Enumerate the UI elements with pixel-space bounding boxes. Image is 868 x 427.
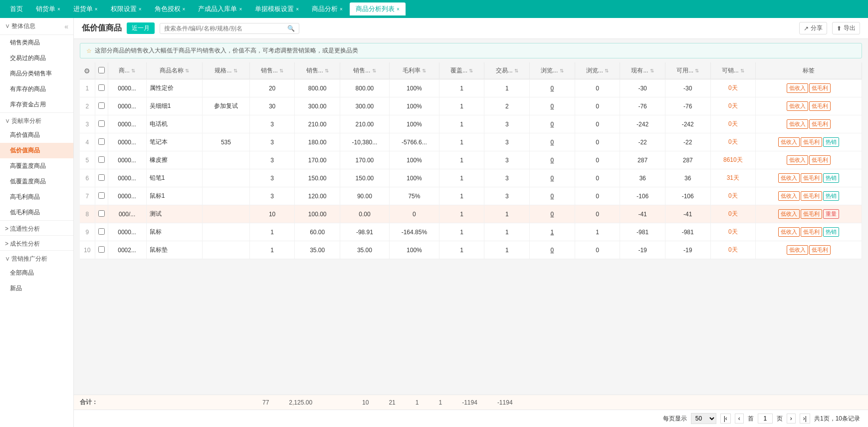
cell-browse1[interactable]: 1 [530,223,575,241]
cell-name[interactable]: 属性定价 [146,79,202,97]
nav-item-purchase[interactable]: 进货单 × [67,2,104,15]
nav-item-goods-list[interactable]: 商品分析列表 × [350,2,406,15]
cell-browse1[interactable]: 0 [530,115,575,133]
cell-browse1[interactable]: 0 [530,97,575,115]
sidebar-item-sales-goods[interactable]: 销售类商品 [0,35,73,50]
col-browse2[interactable]: 浏览... ⇅ [575,62,620,79]
col-sales3[interactable]: 销售... ⇅ [340,62,389,79]
next-page-btn[interactable]: › [787,414,796,424]
sidebar-item-low-gross[interactable]: 低毛利商品 [0,205,73,220]
sidebar-item-new-goods[interactable]: 新品 [0,281,73,296]
cell-checkbox[interactable] [95,97,108,115]
cell-checkbox[interactable] [95,151,108,169]
nav-close-product-inbound[interactable]: × [239,6,242,12]
row-checkbox[interactable] [98,84,105,91]
sidebar-item-category-sales[interactable]: 商品分类销售率 [0,66,73,81]
cell-name[interactable]: 鼠标1 [146,187,202,205]
sidebar-item-traded-goods[interactable]: 交易过的商品 [0,50,73,66]
col-stock3[interactable]: 可销... ⇅ [710,62,756,79]
nav-item-product-inbound[interactable]: 产成品入库单 × [192,2,248,15]
nav-close-goods-list[interactable]: × [397,6,400,12]
col-name[interactable]: 商品名称 ⇅ [146,62,202,79]
col-code[interactable]: 商... ⇅ [108,62,146,79]
col-gross[interactable]: 毛利率 ⇅ [389,62,439,79]
prev-page-btn[interactable]: ‹ [735,414,744,424]
col-sales1[interactable]: 销售... ⇅ [249,62,295,79]
cell-checkbox[interactable] [95,133,108,151]
nav-item-template[interactable]: 单据模板设置 × [249,2,305,15]
cell-name[interactable]: 吴细细1 [146,97,202,115]
sidebar-item-stock-fund[interactable]: 库存资金占用 [0,97,73,112]
col-stock2[interactable]: 可用... ⇅ [665,62,710,79]
cell-browse1[interactable]: 0 [530,133,575,151]
col-browse1[interactable]: 浏览... ⇅ [530,62,575,79]
export-button[interactable]: ⬆ 导出 [832,22,860,34]
cell-name[interactable]: 鼠标 [146,223,202,241]
per-page-select[interactable]: 50 100 200 [691,413,716,424]
cell-browse1[interactable]: 0 [530,241,575,259]
col-sales2[interactable]: 销售... ⇅ [295,62,340,79]
filter-btn[interactable]: 近一月 [127,22,155,34]
cell-browse1[interactable]: 0 [530,205,575,223]
search-icon[interactable]: 🔍 [287,25,295,32]
select-all-checkbox[interactable] [98,67,105,73]
row-checkbox[interactable] [98,156,105,163]
cell-browse1[interactable]: 0 [530,151,575,169]
cell-name[interactable]: 电话机 [146,115,202,133]
row-checkbox[interactable] [98,192,105,199]
cell-name[interactable]: 测试 [146,205,202,223]
sidebar-item-stocked-goods[interactable]: 有库存的商品 [0,81,73,97]
row-checkbox[interactable] [98,210,105,217]
col-stock1[interactable]: 现有... ⇅ [620,62,665,79]
last-page-btn[interactable]: ›| [800,414,810,424]
cell-name[interactable]: 橡皮擦 [146,151,202,169]
row-checkbox[interactable] [98,138,105,145]
nav-close-goods-analysis[interactable]: × [340,6,343,12]
sidebar-group-growth: > 成长性分析 [0,235,73,250]
nav-close-sales[interactable]: × [57,6,60,12]
share-button[interactable]: ↗ 分享 [799,22,827,34]
row-checkbox[interactable] [98,246,105,253]
cell-name[interactable]: 笔记本 [146,133,202,151]
nav-close-purchase[interactable]: × [95,6,98,12]
nav-item-sales[interactable]: 销货单 × [30,2,66,15]
cell-checkbox[interactable] [95,79,108,97]
sidebar-item-all-goods[interactable]: 全部商品 [0,265,73,281]
sidebar-item-low-value[interactable]: 低价值商品 [0,143,73,158]
cell-browse1[interactable]: 0 [530,169,575,187]
nav-close-permission[interactable]: × [139,6,142,12]
cell-checkbox[interactable] [95,223,108,241]
cell-checkbox[interactable] [95,241,108,259]
col-checkbox[interactable] [95,62,108,79]
cell-checkbox[interactable] [95,169,108,187]
col-cover[interactable]: 覆盖... ⇅ [439,62,484,79]
nav-close-role[interactable]: × [183,6,186,12]
nav-close-template[interactable]: × [296,6,299,12]
sidebar-item-low-coverage[interactable]: 低覆盖度商品 [0,174,73,189]
sidebar-item-high-value[interactable]: 高价值商品 [0,127,73,143]
cell-name[interactable]: 铅笔1 [146,169,202,187]
col-spec[interactable]: 规格... ⇅ [203,62,250,79]
cell-name[interactable]: 鼠标垫 [146,241,202,259]
sidebar-item-high-gross[interactable]: 高毛利商品 [0,189,73,205]
row-checkbox[interactable] [98,102,105,109]
first-page-btn[interactable]: |‹ [720,414,731,424]
page-number-input[interactable] [758,414,773,424]
cell-browse1[interactable]: 0 [530,79,575,97]
nav-item-permission[interactable]: 权限设置 × [105,2,148,15]
col-trade[interactable]: 交易... ⇅ [484,62,530,79]
nav-item-home[interactable]: 首页 [4,2,29,15]
nav-item-goods-analysis[interactable]: 商品分析 × [306,2,349,15]
cell-browse1[interactable]: 0 [530,187,575,205]
cell-checkbox[interactable] [95,187,108,205]
nav-item-role[interactable]: 角色授权 × [149,2,192,15]
cell-checkbox[interactable] [95,115,108,133]
search-input[interactable] [164,25,285,32]
sidebar-collapse-btn[interactable]: « [64,22,68,30]
row-checkbox[interactable] [98,174,105,181]
row-checkbox[interactable] [98,228,105,235]
cell-checkbox[interactable] [95,205,108,223]
col-settings[interactable]: ⚙ [80,62,95,79]
row-checkbox[interactable] [98,120,105,127]
sidebar-item-high-coverage[interactable]: 高覆盖度商品 [0,158,73,174]
